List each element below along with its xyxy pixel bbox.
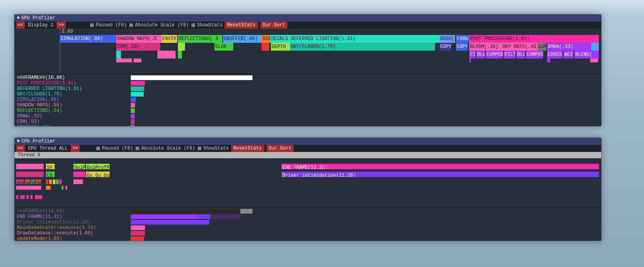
flame-bar[interactable]: BLU xyxy=(516,51,525,59)
flame-bar[interactable] xyxy=(469,59,471,62)
flame-bar[interactable]: DEFERRED LIGHTING(1.81) xyxy=(290,35,439,43)
gpu-paused-checkbox[interactable]: Paused (F8) xyxy=(90,22,127,29)
flame-bar[interactable]: COPY xyxy=(439,43,451,51)
flame-bar[interactable]: COMPOS xyxy=(526,51,543,59)
gpu-dursort-button[interactable]: Dur.Sort xyxy=(260,22,288,29)
flame-bar[interactable]: EDGES xyxy=(547,51,563,59)
flame-bar[interactable]: CSM(.53) xyxy=(116,43,160,51)
flame-bar[interactable]: GuiProfP xyxy=(86,164,110,169)
cpu-showstats-checkbox[interactable]: ShowStats xyxy=(198,145,229,152)
stats-row: GBUFFER(.46) xyxy=(17,124,599,126)
cpu-paused-checkbox[interactable]: Paused (F8) xyxy=(96,145,133,152)
flame-bar[interactable] xyxy=(178,43,185,51)
gpu-titlebar[interactable]: ▼ GPU Profiler xyxy=(15,15,601,22)
flame-bar[interactable] xyxy=(35,195,42,199)
flame-bar[interactable] xyxy=(73,172,85,177)
flame-bar[interactable]: BLUR xyxy=(214,43,233,51)
flame-bar[interactable]: SHADOW MAPS(.5 xyxy=(116,35,161,43)
gpu-profiler-panel: ▼ GPU Profiler << Display 1 >> Paused (F… xyxy=(14,14,602,126)
cpu-titlebar[interactable]: ▼ CPU Profiler xyxy=(15,138,601,145)
gpu-resetstats-button[interactable]: ResetStats xyxy=(225,22,258,29)
flame-bar[interactable]: BLEND( xyxy=(574,51,599,59)
gpu-next-button[interactable]: >> xyxy=(57,22,65,29)
flame-bar[interactable] xyxy=(49,179,52,184)
flame-bar[interactable] xyxy=(16,172,44,177)
flame-bar[interactable]: Gu Gu Gui xyxy=(86,172,110,177)
flame-bar[interactable] xyxy=(116,59,132,62)
checkbox-icon xyxy=(191,23,195,27)
flame-bar[interactable] xyxy=(157,51,176,59)
gpu-flame-area[interactable]: 2.83 SIMULATION(.69) SHADOW MAPS(.5 ENVI… xyxy=(15,29,601,74)
flame-bar[interactable] xyxy=(30,195,33,199)
stats-row: CSM(.53) xyxy=(17,119,599,124)
flame-bar[interactable]: SKY/CLOUDS(1.76) xyxy=(290,43,435,51)
flame-bar[interactable]: FILT xyxy=(504,51,516,59)
gpu-absscale-checkbox[interactable]: Absolute Scale (F9) xyxy=(129,22,189,29)
stats-bar xyxy=(131,220,209,225)
flame-bar[interactable]: SSSS( xyxy=(439,35,455,43)
cpu-absscale-checkbox[interactable]: Absolute Scale (F9) xyxy=(135,145,195,152)
flame-bar[interactable]: ENVIR xyxy=(161,35,177,43)
flame-bar[interactable]: SIMULATION(.69) xyxy=(60,35,116,43)
flame-bar[interactable]: SKY RAYS(.45 xyxy=(501,43,538,51)
flame-bar[interactable] xyxy=(262,43,269,51)
flame-bar[interactable]: POST PROCESSING(1.91) xyxy=(469,35,599,43)
flame-bar[interactable]: d xyxy=(31,179,35,184)
flame-bar[interactable]: WEI xyxy=(564,51,574,59)
flame-bar[interactable]: GuiP xyxy=(73,164,85,169)
cpu-profiler-panel: ▼ CPU Profiler << CPU Thread ALL >> Paus… xyxy=(14,137,602,241)
cpu-stats-list[interactable]: >##FRAME##(16.86) END FRAME(11.31) Drive… xyxy=(15,208,601,241)
flame-bar[interactable] xyxy=(62,186,63,190)
stats-row: SHADOW MAPS(.56) xyxy=(17,102,599,108)
flame-bar[interactable]: BLU xyxy=(476,51,485,59)
flame-bar[interactable]: END FRAME(11.31) xyxy=(282,164,599,169)
flame-bar[interactable]: SSA xyxy=(262,35,270,43)
cpu-resetstats-button[interactable]: ResetStats xyxy=(231,145,264,152)
flame-bar[interactable] xyxy=(116,51,121,59)
flame-bar[interactable] xyxy=(547,59,550,62)
flame-bar[interactable]: SMAA(.53) xyxy=(547,43,591,51)
flame-bar[interactable]: DEPTH xyxy=(271,43,290,51)
flame-bar[interactable]: FI xyxy=(469,51,476,59)
cpu-dursort-button[interactable]: Dur.Sort xyxy=(267,145,294,152)
collapse-icon[interactable]: ▼ xyxy=(17,15,20,22)
flame-bar[interactable] xyxy=(26,195,29,199)
flame-bar[interactable] xyxy=(16,164,44,169)
flame-bar[interactable] xyxy=(178,51,182,59)
flame-bar[interactable]: Driver intimidation(11.28) xyxy=(282,172,599,177)
flame-bar[interactable] xyxy=(20,195,25,199)
cpu-flame-area[interactable]: SH GuiP GuiProfP END FRAME(11.31) CS Gu … xyxy=(15,158,601,208)
gpu-showstats-checkbox[interactable]: ShowStats xyxy=(191,22,223,29)
flame-bar[interactable]: FORW xyxy=(456,35,469,43)
flame-bar[interactable] xyxy=(46,179,48,184)
flame-bar[interactable] xyxy=(56,179,59,184)
flame-bar[interactable] xyxy=(590,59,598,62)
flame-bar[interactable]: BLOOM(.39) xyxy=(469,43,501,51)
flame-bar[interactable]: COPY xyxy=(456,43,468,51)
flame-bar[interactable]: up xyxy=(25,179,30,184)
gpu-stats-list[interactable]: >##FRAME##(16.86) POST PROCESSING(1.91) … xyxy=(15,74,601,126)
flame-bar[interactable]: up xyxy=(36,179,41,184)
flame-bar[interactable]: CS xyxy=(46,172,55,177)
stats-row: >##FRAME##(16.86) xyxy=(17,75,599,80)
collapse-icon[interactable]: ▼ xyxy=(17,138,20,145)
cpu-prev-button[interactable]: << xyxy=(16,145,25,152)
flame-bar[interactable] xyxy=(16,195,18,199)
flame-bar[interactable] xyxy=(59,179,62,184)
flame-bar[interactable]: REFLECTIONS(.5 xyxy=(178,35,222,43)
flame-bar[interactable]: SH xyxy=(46,164,55,169)
cpu-next-button[interactable]: >> xyxy=(71,145,79,152)
flame-bar[interactable] xyxy=(591,43,599,51)
flame-bar[interactable] xyxy=(134,59,141,62)
flame-bar[interactable]: GBUFFER(.46) xyxy=(223,35,262,43)
flame-bar[interactable] xyxy=(53,179,55,184)
flame-bar[interactable]: LUM xyxy=(538,43,546,51)
flame-bar[interactable] xyxy=(73,179,83,184)
flame-bar[interactable]: dat xyxy=(16,179,24,184)
flame-bar[interactable]: DECALS xyxy=(270,35,290,43)
flame-bar[interactable] xyxy=(66,186,67,190)
gpu-prev-button[interactable]: << xyxy=(16,22,25,29)
flame-bar[interactable]: COMPOS xyxy=(486,51,503,59)
flame-bar[interactable] xyxy=(16,186,41,190)
flame-bar[interactable] xyxy=(46,186,51,190)
